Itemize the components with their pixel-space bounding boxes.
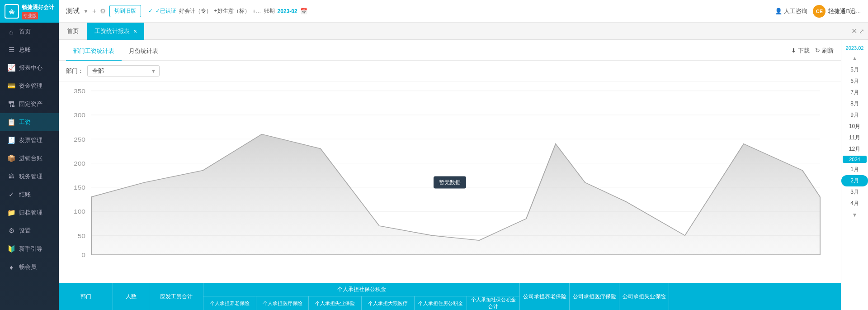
sidebar: 会 畅捷通好会计 专业版 ⌂ 首页 ☰ 总账 📈 报表中心 💳 资金管理 🏗 固… [0,0,59,310]
rp-month-12[interactable]: 12月 [841,143,868,155]
sidebar-item-salary[interactable]: 📋 工资 [0,113,59,131]
assets-icon: 🏗 [7,100,15,108]
reports-icon: 📈 [7,64,15,72]
th-headcount: 人数 [113,283,149,310]
download-icon: ⬇ [791,47,796,54]
th-personal-pension: 个人承担养老保险 [203,296,256,310]
rp-month-4[interactable]: 4月 [841,198,868,209]
rp-month-10[interactable]: 10月 [841,121,868,132]
sidebar-item-settings[interactable]: ⚙ 设置 [0,222,59,240]
sidebar-item-invoice[interactable]: 🧾 发票管理 [0,131,59,149]
refresh-icon: ↻ [815,47,820,54]
table-header-area: 部门 人数 应发工资合计 个人承担社保公积金 个人承担养老保险 个人承担医疗保险… [59,283,841,310]
guide-icon: 🔰 [7,245,15,253]
tab-dept-salary[interactable]: 部门工资统计表 [66,44,122,61]
sidebar-item-assets[interactable]: 🏗 固定资产 [0,95,59,113]
rp-month-5[interactable]: 5月 [841,64,868,76]
rp-month-6[interactable]: 6月 [841,76,868,87]
tab-salary-report[interactable]: 工资统计报表 × [87,23,144,40]
right-panel: 2023.02 ▲ 5月 6月 7月 8月 9月 10月 11月 12月 202… [841,40,868,310]
th-company-pension: 公司承担养老保险 [520,283,570,310]
svg-text:150: 150 [74,184,85,191]
th-personal-major-medical: 个人承担大额医疗 [362,296,415,310]
salary-icon: 📋 [7,118,15,126]
avatar: CE [813,5,826,18]
sidebar-item-funds[interactable]: 💳 资金管理 [0,77,59,95]
rp-month-8[interactable]: 8月 [841,98,868,110]
sidebar-item-ledger[interactable]: ☰ 总账 [0,41,59,59]
check-icon: ✓ [148,8,153,14]
funds-icon: 💳 [7,82,15,90]
tag-good-accounting: 好会计（专） [179,7,212,15]
tab-home[interactable]: 首页 [59,23,87,40]
download-button[interactable]: ⬇ 下载 [791,47,810,55]
rp-month-11[interactable]: 11月 [841,132,868,143]
chart-area: 350 300 250 200 150 100 50 0 [59,81,841,283]
user-info: CE 轻捷通B迅... [813,5,861,18]
th-company-unemployment: 公司承担失业保险 [619,283,669,310]
chart-svg: 350 300 250 200 150 100 50 0 [68,86,832,269]
sidebar-item-guide[interactable]: 🔰 新手引导 [0,240,59,258]
rp-month-9[interactable]: 9月 [841,110,868,121]
svg-text:250: 250 [74,136,85,143]
sidebar-item-purchase[interactable]: 📦 进销台账 [0,149,59,167]
sidebar-item-checkout[interactable]: ✓ 结账 [0,186,59,204]
tab-monthly-stats[interactable]: 月份统计表 [122,44,165,61]
th-personal-insurance-cols: 个人承担养老保险 个人承担医疗保险 个人承担失业保险 个人承担大额医疗 个人承担… [203,296,519,310]
rp-up-button[interactable]: ▲ [849,52,861,64]
calendar-icon[interactable]: 📅 [300,8,307,14]
add-icon[interactable]: + [92,7,96,15]
th-personal-total: 个人承担社保公积金合计 [467,296,519,310]
dept-select[interactable]: 全部 [87,65,160,76]
svg-text:会: 会 [9,9,15,15]
tab-close-icon[interactable]: × [133,28,137,35]
logo-icon: 会 [5,4,19,19]
sidebar-item-reports[interactable]: 📈 报表中心 [0,59,59,77]
period-value: 2023-02 [278,8,297,14]
chevron-down-icon[interactable]: ▼ [83,8,89,14]
sidebar-item-tax[interactable]: 🏛 税务管理 [0,167,59,186]
ledger-icon: ☰ [7,46,15,54]
rp-current-date[interactable]: 2023.02 [845,43,865,52]
tab-bar: 首页 工资统计报表 × ✕ ⤢ [59,23,868,40]
th-personal-insurance-group: 个人承担社保公积金 个人承担养老保险 个人承担医疗保险 个人承担失业保险 个人承… [203,283,520,310]
sub-tab-actions: ⬇ 下载 ↻ 刷新 [791,47,834,58]
tax-icon: 🏛 [7,173,15,181]
refresh-button[interactable]: ↻ 刷新 [815,47,834,55]
archive-icon: 📁 [7,209,15,217]
rp-month-2[interactable]: 2月 [841,175,868,186]
dept-select-wrapper: 全部 ▼ [87,65,160,76]
rp-down-button[interactable]: ▼ [849,209,861,221]
svg-marker-18 [91,134,820,255]
rp-month-1[interactable]: 1月 [841,164,868,175]
close-window-icon[interactable]: ✕ [851,27,857,35]
th-total-salary: 应发工资合计 [149,283,203,310]
sidebar-item-member[interactable]: ♦ 畅会员 [0,258,59,276]
sidebar-item-home[interactable]: ⌂ 首页 [0,23,59,41]
th-personal-medical: 个人承担医疗保险 [256,296,309,310]
sub-tabs: 部门工资统计表 月份统计表 [66,44,165,60]
topbar-right: 👤 人工咨询 CE 轻捷通B迅... [775,5,861,18]
content-area: 部门工资统计表 月份统计表 ⬇ 下载 ↻ 刷新 部门： [59,40,868,310]
th-company-medical: 公司承担医疗保险 [570,283,619,310]
th-personal-housing-fund: 个人承担住房公积金 [415,296,467,310]
period-label: 账期 [264,7,275,15]
rp-year-2024[interactable]: 2024 [843,156,867,163]
sidebar-logo: 会 畅捷通好会计 专业版 [0,0,59,23]
service-button[interactable]: 👤 人工咨询 [775,7,807,15]
svg-text:50: 50 [78,233,85,239]
certified-tag: ✓ ✓已认证 [148,7,176,15]
topbar-tags: ✓ ✓已认证 好会计（专） +好生意（标） +… 账期 2023-02 📅 [148,7,307,15]
tag-good-business: +好生意（标） [214,7,250,15]
switch-version-button[interactable]: 切到旧版 [109,5,141,17]
expand-icon[interactable]: ⤢ [859,28,864,35]
th-personal-unemployment: 个人承担失业保险 [309,296,362,310]
th-dept: 部门 [59,283,113,310]
sidebar-item-archive[interactable]: 📁 归档管理 [0,204,59,222]
rp-month-3[interactable]: 3月 [841,186,868,198]
home-icon: ⌂ [7,28,15,36]
filter-row: 部门： 全部 ▼ [59,61,841,81]
member-icon: ♦ [7,263,15,271]
rp-month-7[interactable]: 7月 [841,87,868,98]
gear-icon[interactable]: ⚙ [100,7,106,15]
